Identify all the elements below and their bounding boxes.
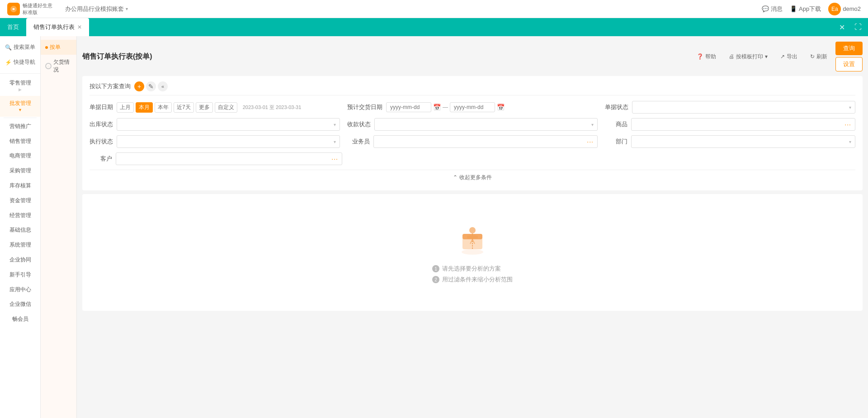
empty-state: 1 请先选择要分析的方案 2 用过滤条件来缩小分析范围	[82, 194, 863, 311]
export-button[interactable]: ↗ 导出	[776, 51, 802, 62]
outbound-select[interactable]: ▾	[117, 118, 340, 131]
sidebar-item-system[interactable]: 系统管理	[0, 238, 40, 252]
sidebar-item-corpwechat[interactable]: 企业微信	[0, 297, 40, 312]
sidebar-item-inventory[interactable]: 库存核算	[0, 178, 40, 193]
custom-btn[interactable]: 自定义	[215, 102, 237, 113]
status-dropdown-icon: ▾	[849, 105, 851, 110]
customer-label: 客户	[90, 155, 112, 163]
sidebar-item-finance[interactable]: 资金管理	[0, 193, 40, 208]
filter-row-1: 单据日期 上月 本月 本年 近7天 更多 自定义 2023-03-01 至 20…	[90, 101, 855, 114]
sub-item-debt[interactable]: ○ 欠货情况	[41, 55, 76, 77]
sidebar-item-operations[interactable]: 经营管理	[0, 208, 40, 223]
message-button[interactable]: 💬 消息	[762, 5, 783, 13]
sub-item-label: 按单	[50, 43, 61, 51]
sidebar-item-member[interactable]: 畅会员	[0, 312, 40, 327]
sidebar-item-label: 采购管理	[9, 167, 31, 175]
logo-text: 畅捷通好生意 标准版	[23, 2, 52, 15]
calendar-start-icon[interactable]: 📅	[433, 104, 441, 111]
avatar: Ea	[828, 3, 841, 15]
tab-maximize-button[interactable]: ⛶	[852, 21, 864, 33]
salesperson-select[interactable]: ···	[373, 135, 598, 148]
exec-select[interactable]: ▾	[117, 135, 340, 148]
print-dropdown-icon[interactable]: ▾	[765, 53, 768, 60]
user-profile[interactable]: Ea demo2	[828, 3, 861, 15]
sidebar-item-basic[interactable]: 基础信息	[0, 223, 40, 238]
collapse-scheme-button[interactable]: «	[158, 81, 168, 91]
sidebar-item-retail[interactable]: 零售管理 ▶	[0, 76, 40, 96]
customer-more-icon[interactable]: ···	[331, 155, 338, 162]
sidebar-item-appstore[interactable]: 应用中心	[0, 282, 40, 297]
tab-home[interactable]: 首页	[0, 18, 26, 36]
add-scheme-button[interactable]: +	[134, 81, 144, 91]
filter-group-customer: 客户 ···	[90, 152, 342, 165]
filter-group-status: 单据状态 ▾	[605, 101, 855, 114]
breadcrumb-dropdown-icon[interactable]: ▾	[126, 6, 128, 11]
sidebar-item-label: 企业微信	[9, 300, 31, 308]
sidebar-item-newbie[interactable]: 新手引导	[0, 267, 40, 282]
refresh-button[interactable]: ↻ 刷新	[806, 51, 832, 62]
sidebar-item-wholesale[interactable]: 批发管理 ▼	[0, 96, 40, 116]
sidebar-item-sales[interactable]: 销售管理	[0, 134, 40, 149]
sub-item-order[interactable]: 按单	[41, 40, 76, 55]
sidebar-divider	[4, 118, 37, 118]
filter-panel-header: 按以下方案查询 + ✎ «	[90, 81, 855, 95]
settings-button[interactable]: 设置	[835, 57, 863, 71]
edit-icon: ✎	[148, 83, 154, 90]
empty-tip-1: 1 请先选择要分析的方案	[432, 265, 513, 273]
breadcrumb-label: 办公用品行业模拟账套	[65, 5, 124, 13]
this-month-btn[interactable]: 本月	[136, 102, 153, 113]
sidebar-item-ecommerce[interactable]: 电商管理	[0, 148, 40, 163]
tip-1-text: 请先选择要分析的方案	[442, 265, 501, 273]
content-area: 销售订单执行表(按单) ❓ 帮助 🖨 按模板打印 ▾ ↗ 导出	[77, 36, 868, 418]
help-button[interactable]: ❓ 帮助	[692, 51, 721, 62]
tab-close-window-button[interactable]: ✕	[835, 21, 848, 33]
tab-close-icon[interactable]: ✕	[77, 24, 82, 30]
logo-icon	[7, 3, 20, 15]
status-label: 单据状态	[605, 103, 628, 111]
filter-group-salesperson: 业务员 ···	[347, 135, 598, 148]
svg-point-1	[462, 249, 483, 255]
collapse-more-button[interactable]: ⌃ 收起更多条件	[90, 170, 855, 185]
nav-icon: ⚡	[5, 59, 12, 66]
goods-label: 商品	[605, 120, 627, 128]
refresh-icon: ↻	[810, 53, 815, 60]
payment-select[interactable]: ▾	[374, 118, 598, 131]
more-btn[interactable]: 更多	[196, 102, 213, 113]
tab-bar-actions: ✕ ⛶	[835, 21, 864, 33]
tip-num-2: 2	[432, 276, 439, 283]
sidebar-item-marketing[interactable]: 营销推广	[0, 119, 40, 134]
search-button[interactable]: 查询	[835, 42, 863, 55]
sales-order-tab-label: 销售订单执行表	[33, 23, 75, 31]
goods-more-icon[interactable]: ···	[844, 121, 851, 128]
filter-row-3: 执行状态 ▾ 业务员 ··· 部门	[90, 135, 855, 148]
expected-date-label: 预计交货日期	[347, 103, 382, 111]
sidebar-item-label: 系统管理	[9, 241, 31, 249]
filter-group-expected-date: 预计交货日期 📅 — 📅	[347, 102, 598, 112]
sidebar-item-label: 零售管理	[9, 79, 31, 87]
prev-month-btn[interactable]: 上月	[117, 102, 134, 113]
department-select[interactable]: ▾	[631, 135, 855, 148]
goods-select[interactable]: ···	[631, 118, 855, 131]
expected-date-end-input[interactable]	[450, 102, 495, 112]
last7-btn[interactable]: 近7天	[174, 102, 194, 113]
sidebar-item-label: 新手引导	[9, 271, 31, 279]
expected-date-start-input[interactable]	[386, 102, 431, 112]
sidebar-search[interactable]: 🔍 搜索菜单	[0, 40, 40, 55]
outbound-dropdown-icon: ▾	[334, 122, 336, 127]
status-select[interactable]: ▾	[632, 101, 855, 114]
app-download-button[interactable]: 📱 App下载	[790, 5, 821, 13]
sidebar-item-enterprise[interactable]: 企业协同	[0, 252, 40, 267]
this-year-btn[interactable]: 本年	[155, 102, 172, 113]
print-button[interactable]: 🖨 按模板打印 ▾	[724, 51, 772, 62]
calendar-end-icon[interactable]: 📅	[497, 104, 505, 111]
export-icon: ↗	[780, 53, 785, 60]
sidebar-quick-nav[interactable]: ⚡ 快捷导航	[0, 55, 40, 70]
edit-scheme-button[interactable]: ✎	[146, 81, 156, 91]
tab-sales-order[interactable]: 销售订单执行表 ✕	[26, 18, 89, 36]
filter-row-4: 客户 ···	[90, 152, 855, 165]
breadcrumb[interactable]: 办公用品行业模拟账套 ▾	[65, 5, 128, 13]
salesperson-more-icon[interactable]: ···	[587, 138, 594, 145]
customer-select[interactable]: ···	[116, 152, 342, 165]
filter-group-outbound: 出库状态 ▾	[90, 118, 340, 131]
sidebar-item-purchase[interactable]: 采购管理	[0, 163, 40, 178]
